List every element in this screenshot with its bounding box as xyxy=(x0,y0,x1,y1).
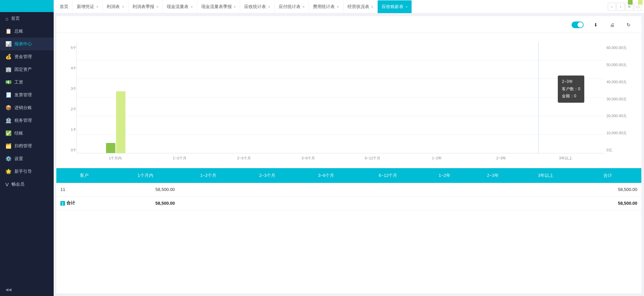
table-cell xyxy=(238,183,297,196)
sidebar-label-guide: 新手引导 xyxy=(14,168,32,175)
x-axis: 1个月内1~2个月2~3个月3~6个月6~12个月1~2年2~3年3年以上 xyxy=(76,153,604,163)
tab-next-button[interactable]: › xyxy=(616,3,625,11)
tab-close-expense-stats[interactable]: × xyxy=(337,5,339,9)
print-button[interactable]: 🖨 xyxy=(607,21,619,29)
table-header-cell: 3年以上 xyxy=(517,168,574,183)
tab-ar-aging[interactable]: 应收账龄表× xyxy=(378,0,412,13)
tab-biz-status[interactable]: 经营状况表× xyxy=(343,0,378,13)
tab-close-biz-status[interactable]: × xyxy=(371,5,373,9)
tab-prev-button[interactable]: ‹ xyxy=(608,3,616,11)
x-label: 2~3个月 xyxy=(212,156,276,161)
table-header-cell: 合计 xyxy=(574,168,641,183)
cursor-line xyxy=(538,42,539,153)
table-total-row: ∑合计58,500.0058,500.00 xyxy=(56,196,641,210)
sidebar-item-vip[interactable]: V畅会员 xyxy=(0,178,54,191)
sidebar-item-ledger[interactable]: 📋总账 xyxy=(0,25,54,38)
tab-cashflow[interactable]: 现金流量表× xyxy=(163,0,197,13)
tab-ar-stats[interactable]: 应收统计表× xyxy=(240,0,274,13)
bars-area xyxy=(77,42,604,153)
sidebar-item-invoice[interactable]: 🧾发票管理 xyxy=(0,89,54,101)
sidebar: ⌂首页📋总账📊报表中心💰资金管理🏢固定资产💵工资🧾发票管理📦进销台账🏦税务管理✅… xyxy=(0,0,54,296)
tab-close-profit-quarterly[interactable]: × xyxy=(156,5,158,9)
tab-label-ar-stats: 应收统计表 xyxy=(244,4,266,10)
sidebar-item-archive[interactable]: 🗂️归档管理 xyxy=(0,140,54,152)
sidebar-icon-reports: 📊 xyxy=(5,41,12,47)
chart-toggle[interactable] xyxy=(572,21,584,28)
refresh-button[interactable]: ↻ xyxy=(624,21,635,29)
sidebar-label-closing: 结账 xyxy=(14,130,23,136)
table-total-cell xyxy=(179,196,238,210)
x-label: 1~2个月 xyxy=(148,156,212,161)
tab-label-ap-stats: 应付统计表 xyxy=(279,4,301,10)
tab-label-cashflow: 现金流量表 xyxy=(167,4,189,10)
table-cell: 58,500.00 xyxy=(574,183,641,196)
y-left-label: 2个 xyxy=(71,107,76,112)
sidebar-item-closing[interactable]: ✅结账 xyxy=(0,127,54,140)
total-label: 合计 xyxy=(66,200,75,205)
y-axis-left: 0个1个2个3个4个5个 xyxy=(63,42,76,163)
tab-label-biz-status: 经营状况表 xyxy=(347,4,369,10)
tab-label-profit: 利润表 xyxy=(107,4,120,10)
bar-amount xyxy=(116,91,125,153)
y-right-label: 10,000.00元 xyxy=(606,131,627,136)
sidebar-label-ledger: 总账 xyxy=(14,28,23,34)
tab-profit-quarterly[interactable]: 利润表季报× xyxy=(128,0,163,13)
tab-close-profit[interactable]: × xyxy=(122,5,124,9)
x-label: 3~6个月 xyxy=(276,156,340,161)
x-label: 1个月内 xyxy=(83,156,148,161)
total-icon: ∑ xyxy=(60,201,65,206)
sidebar-item-guide[interactable]: 🌟新手引导 xyxy=(0,165,54,178)
sidebar-item-assets[interactable]: 🏢固定资产 xyxy=(0,63,54,76)
tab-cashflow-quarterly[interactable]: 现金流量表季报× xyxy=(197,0,240,13)
tab-close-ar-stats[interactable]: × xyxy=(268,5,270,9)
tab-expense-stats[interactable]: 费用统计表× xyxy=(309,0,343,13)
sidebar-item-salary[interactable]: 💵工资 xyxy=(0,76,54,89)
table-header-cell: 3~6个月 xyxy=(297,168,356,183)
y-axis-right: 0元10,000.00元20,000.00元30,000.00元40,000.0… xyxy=(604,42,635,163)
sidebar-item-reports[interactable]: 📊报表中心 xyxy=(0,38,54,50)
bar-group-0 xyxy=(84,91,148,153)
sidebar-label-inventory: 进销台账 xyxy=(14,105,32,111)
main-area: 首页新增凭证×利润表×利润表季报×现金流量表×现金流量表季报×应收统计表×应付统… xyxy=(54,0,644,296)
table-cell: 58,500.00 xyxy=(112,183,179,196)
tab-home[interactable]: 首页 xyxy=(56,0,73,13)
table-header-cell: 1~2个月 xyxy=(179,168,238,183)
table-total-cell xyxy=(420,196,469,210)
y-left-label: 0个 xyxy=(71,148,76,153)
download-icon: ⬇ xyxy=(594,22,598,28)
tab-close-voucher[interactable]: × xyxy=(96,5,98,9)
sidebar-icon-ledger: 📋 xyxy=(5,28,12,34)
tab-label-profit-quarterly: 利润表季报 xyxy=(132,4,154,10)
tab-close-ar-aging[interactable]: × xyxy=(406,5,408,9)
sidebar-label-tax: 税务管理 xyxy=(14,117,32,124)
table-total-cell: ∑合计 xyxy=(56,196,112,210)
cancel-pin-button[interactable]: ◀◀ xyxy=(0,283,54,296)
tab-ap-stats[interactable]: 应付统计表× xyxy=(275,0,309,13)
sidebar-label-invoice: 发票管理 xyxy=(14,92,32,98)
tab-label-cashflow-quarterly: 现金流量表季报 xyxy=(201,4,232,10)
sidebar-item-settings[interactable]: ⚙️设置 xyxy=(0,152,54,165)
sidebar-label-settings: 设置 xyxy=(14,156,23,162)
table-total-cell xyxy=(469,196,517,210)
table-total-cell xyxy=(238,196,297,210)
tab-profit[interactable]: 利润表× xyxy=(103,0,128,13)
tab-close-cashflow-quarterly[interactable]: × xyxy=(234,5,236,9)
sidebar-item-fund[interactable]: 💰资金管理 xyxy=(0,50,54,63)
table-total-cell: 58,500.00 xyxy=(574,196,641,210)
tab-voucher[interactable]: 新增凭证× xyxy=(73,0,103,13)
sidebar-item-home[interactable]: ⌂首页 xyxy=(0,12,54,25)
sidebar-item-tax[interactable]: 🏦税务管理 xyxy=(0,114,54,127)
tab-close-cashflow[interactable]: × xyxy=(191,5,193,9)
tab-close-ap-stats[interactable]: × xyxy=(303,5,305,9)
chart-toggle-wrap xyxy=(572,21,586,28)
sidebar-item-inventory[interactable]: 📦进销台账 xyxy=(0,101,54,114)
table-header-cell: 2~3年 xyxy=(469,168,517,183)
print-icon: 🖨 xyxy=(610,22,614,28)
x-label: 2~3年 xyxy=(469,156,534,161)
download-button[interactable]: ⬇ xyxy=(591,21,602,29)
sidebar-label-reports: 报表中心 xyxy=(14,41,32,47)
x-label: 6~12个月 xyxy=(340,156,405,161)
sidebar-icon-assets: 🏢 xyxy=(5,66,12,72)
chart-section: 0个1个2个3个4个5个 xyxy=(56,33,641,168)
table-cell xyxy=(469,183,517,196)
